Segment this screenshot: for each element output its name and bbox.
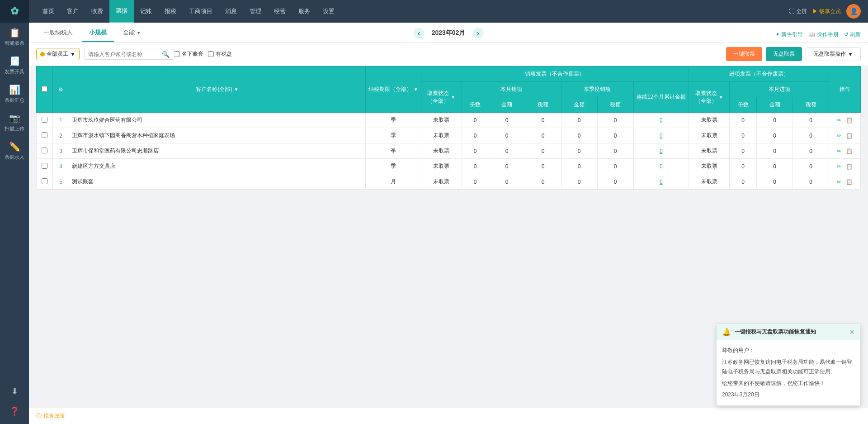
invoice-issue-icon: 🧾 xyxy=(9,56,20,67)
row-detail-icon[interactable]: 📋 xyxy=(846,117,853,124)
tickets-table: ⚙ 客户名称(全部) ▼ 纳税期限（全部） ▼ xyxy=(36,66,861,190)
period-next-btn[interactable]: › xyxy=(472,28,483,38)
period-selector: ‹ 2023年02月 › xyxy=(414,28,484,38)
notification-close-button[interactable]: ✕ xyxy=(849,329,855,336)
th-sm-tax: 税额 xyxy=(525,97,561,113)
sidebar-item-scan-upload[interactable]: 📷 扫描上传 xyxy=(0,108,29,137)
sidebar-item-intelligent-ticket[interactable]: 📋 智能取票 xyxy=(0,23,29,51)
row-number: 5 xyxy=(59,179,62,185)
row-edit-icon[interactable]: ✏ xyxy=(837,163,841,170)
sidebar-download-icon[interactable]: ⬇ xyxy=(0,383,29,400)
input-cancel-filter-icon[interactable]: ▼ xyxy=(719,95,723,100)
nav-bookkeeping[interactable]: 记账 xyxy=(134,0,158,23)
sidebar-item-invoice-issue[interactable]: 🧾 发票开具 xyxy=(0,51,29,80)
row-customer-cell: 卫辉市玖玖健合医药有限公司 xyxy=(69,113,366,128)
row-detail-icon[interactable]: 📋 xyxy=(846,163,853,170)
row-edit-icon[interactable]: ✏ xyxy=(837,133,841,139)
row-sales-cancel-cell: 未取票 xyxy=(421,113,462,128)
sidebar-item-ticket-summary[interactable]: 📊 票据汇总 xyxy=(0,80,29,108)
hastaxdisk-checkbox-label[interactable]: 有税盘 xyxy=(208,50,232,58)
nav-business[interactable]: 工商项目 xyxy=(183,0,219,23)
nav-tickets[interactable]: 票据 xyxy=(109,0,134,23)
nodisk-ticket-button[interactable]: 无盘取票 xyxy=(766,47,802,61)
sales-cancel-filter-icon[interactable]: ▼ xyxy=(451,95,455,100)
employee-chevron-icon: ▼ xyxy=(70,51,75,57)
th-sales-quarter: 本季度销项 xyxy=(561,82,633,97)
row-edit-icon[interactable]: ✏ xyxy=(837,117,841,124)
notif-content: 江苏政务网已恢复访问电子税务局功能，易代账一键登陆电子税务局与无盘取票相关功能可… xyxy=(722,357,855,377)
nav-service[interactable]: 服务 xyxy=(292,0,316,23)
row-s12m-link[interactable]: 0 xyxy=(660,133,663,139)
row-s12m-cell: 0 xyxy=(633,128,689,143)
row-sq-amount-cell: 0 xyxy=(561,159,597,174)
row-edit-icon[interactable]: ✏ xyxy=(837,179,841,185)
row-sq-amount-cell: 0 xyxy=(561,174,597,190)
row-sales-cancel-cell: 未取票 xyxy=(421,128,462,143)
nav-operation[interactable]: 经营 xyxy=(268,0,292,23)
row-checkbox[interactable] xyxy=(42,117,47,123)
subtab-all[interactable]: 全能 ▼ xyxy=(116,24,148,42)
th-im-tax: 税额 xyxy=(793,97,829,113)
onekey-ticket-button[interactable]: 一键取票 xyxy=(726,47,762,61)
nodisk-ops-button[interactable]: 无盘取票操作 ▼ xyxy=(806,47,861,61)
row-sq-tax-cell: 0 xyxy=(597,159,633,174)
row-im-count-cell: 0 xyxy=(730,159,757,174)
member-btn[interactable]: ▶ 畅享会员 xyxy=(812,8,841,15)
nav-clients[interactable]: 客户 xyxy=(61,0,85,23)
row-checkbox[interactable] xyxy=(42,132,47,138)
th-sm-amount: 金额 xyxy=(489,97,525,113)
search-button[interactable]: 🔍 xyxy=(162,51,170,58)
row-tax-period-cell: 季 xyxy=(365,159,421,174)
row-s12m-link[interactable]: 0 xyxy=(660,117,663,124)
row-operation-cell: ✏ 📋 xyxy=(829,159,861,174)
nav-settings[interactable]: 设置 xyxy=(316,0,341,23)
nav-tax[interactable]: 报税 xyxy=(158,0,183,23)
fullscreen-btn[interactable]: ⛶ 全屏 xyxy=(789,8,807,15)
nav-billing[interactable]: 收费 xyxy=(85,0,109,23)
th-settings[interactable]: ⚙ xyxy=(53,67,69,113)
row-checkbox[interactable] xyxy=(42,178,47,184)
underaccount-checkbox-label[interactable]: 名下账套 xyxy=(174,50,203,58)
row-im-count-cell: 0 xyxy=(730,174,757,190)
employee-select-dropdown[interactable]: 全部员工 ▼ xyxy=(36,48,80,60)
row-im-amount-cell: 0 xyxy=(757,174,793,190)
nav-manage[interactable]: 管理 xyxy=(243,0,268,23)
search-input[interactable] xyxy=(84,49,175,60)
row-s12m-link[interactable]: 0 xyxy=(660,163,663,170)
row-input-cancel-cell: 未取票 xyxy=(689,174,730,190)
manual-link[interactable]: 📖 操作手册 xyxy=(808,31,838,38)
hastaxdisk-checkbox[interactable] xyxy=(208,51,214,57)
row-s12m-link[interactable]: 0 xyxy=(660,148,663,154)
row-edit-icon[interactable]: ✏ xyxy=(837,148,841,154)
user-avatar[interactable]: 👤 xyxy=(846,4,861,19)
select-all-checkbox[interactable] xyxy=(42,86,47,92)
row-detail-icon[interactable]: 📋 xyxy=(846,148,853,154)
sidebar-item-label: 发票开具 xyxy=(5,68,24,75)
row-customer-cell: 卫辉市保和堂医药有限公司忠顺路店 xyxy=(69,143,366,159)
app-logo: ✿ xyxy=(0,0,29,23)
guide-link[interactable]: ✦ 新手引导 xyxy=(775,31,803,38)
nav-home[interactable]: 首页 xyxy=(36,0,61,23)
row-customer-name: 测试账套 xyxy=(72,178,94,185)
subtab-general-taxpayer[interactable]: 一般纳税人 xyxy=(36,24,80,42)
underaccount-checkbox[interactable] xyxy=(174,51,180,57)
notification-bell-icon: 🔔 xyxy=(722,328,731,336)
sidebar-item-ticket-entry[interactable]: ✏️ 票据录入 xyxy=(0,137,29,165)
row-detail-icon[interactable]: 📋 xyxy=(846,179,853,185)
period-prev-btn[interactable]: ‹ xyxy=(414,28,425,38)
scan-upload-icon: 📷 xyxy=(9,113,20,124)
row-checkbox[interactable] xyxy=(42,148,47,153)
tax-policy-link[interactable]: 税务政策 xyxy=(43,412,65,420)
customer-filter-icon[interactable]: ▼ xyxy=(234,87,238,92)
row-detail-icon[interactable]: 📋 xyxy=(846,133,853,139)
row-sm-amount-cell: 0 xyxy=(489,113,525,128)
sidebar-help-icon[interactable]: ❓ xyxy=(0,403,29,419)
top-navigation: 首页 客户 收费 票据 记账 报税 工商项目 消息 管理 经营 服务 设置 ⛶ … xyxy=(29,0,868,23)
row-s12m-link[interactable]: 0 xyxy=(660,179,663,185)
nav-message[interactable]: 消息 xyxy=(219,0,243,23)
row-checkbox[interactable] xyxy=(42,163,47,169)
subtab-small-scale[interactable]: 小规模 xyxy=(82,24,114,42)
refresh-link[interactable]: ↺ 刷新 xyxy=(844,31,861,38)
tax-period-filter-icon[interactable]: ▼ xyxy=(414,87,418,92)
row-tax-period-cell: 季 xyxy=(365,128,421,143)
